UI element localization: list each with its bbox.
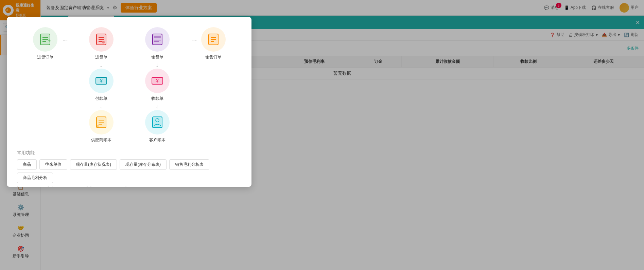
sales-order-label: 销售订单 <box>205 54 222 60</box>
func-buttons-row1: 商品 往来单位 现存量(库存状况表) 现存量(库存分布表) 销售毛利分析表 商品… <box>41 159 241 183</box>
sales-bill-circle[interactable] <box>145 27 170 52</box>
arrow-sales-order-to-bill: ← - - - <box>191 37 195 43</box>
func-btn-receipt-stats[interactable]: 收款情况统计 <box>52 186 88 187</box>
modal-content: 进货订单 - - - - → 进货单 ↓ <box>41 17 251 187</box>
flow-diagram: 进货订单 - - - - → 进货单 ↓ <box>41 27 241 143</box>
flow-cell-sales-order: 销售订单 <box>185 27 241 69</box>
modal-overlay[interactable]: 进货订单 - - - - → 进货单 ↓ <box>41 0 644 270</box>
func-btn-sales-profit-analysis[interactable]: 销售毛利分析表 <box>169 159 209 170</box>
sales-order-circle[interactable] <box>201 27 226 52</box>
sales-bill-label: 销货单 <box>151 54 163 60</box>
flow-modal: 进货订单 - - - - → 进货单 ↓ <box>41 17 251 187</box>
func-btn-sales-rank[interactable]: 销售排行榜 <box>41 186 49 187</box>
common-funcs-title: 常用功能 <box>41 150 241 156</box>
purchase-bill-label: 进货单 <box>95 54 107 60</box>
purchase-order-circle[interactable] <box>41 27 57 52</box>
flow-cell-purchase-order: 进货订单 <box>41 27 73 69</box>
func-buttons-row2: 销售排行榜 收款情况统计 付款情况统计 <box>41 186 241 187</box>
func-btn-payment-stats[interactable]: 付款情况统计 <box>90 186 126 187</box>
svg-text:¥: ¥ <box>100 78 103 84</box>
svg-rect-13 <box>153 34 162 45</box>
flow-cell-payment-bill: ¥ 付款单 ↓ <box>73 69 129 110</box>
arrow-receipt-down: ↓ <box>156 103 159 110</box>
flow-cell-receipt-bill: ¥ 收款单 ↓ <box>129 69 185 110</box>
arrow-payment-down: ↓ <box>100 103 103 110</box>
svg-point-12 <box>102 41 105 43</box>
svg-rect-15 <box>154 36 161 38</box>
flow-cell-customer-ledger: 客户账本 <box>129 110 185 143</box>
payment-bill-label: 付款单 <box>95 96 107 102</box>
purchase-order-label: 进货订单 <box>41 54 53 60</box>
arrow-purchase-bill-down: ↓ <box>100 61 103 69</box>
func-btn-counterparty[interactable]: 往来单位 <box>41 159 67 170</box>
flow-cell-supplier-ledger: 供应商账本 <box>73 110 129 143</box>
flow-cell-purchase-bill: - - - - → 进货单 ↓ <box>73 27 129 69</box>
supplier-ledger-circle[interactable] <box>89 110 114 134</box>
svg-rect-34 <box>97 125 99 128</box>
purchase-bill-circle[interactable] <box>89 27 114 52</box>
receipt-bill-label: 收款单 <box>151 96 163 102</box>
payment-bill-circle[interactable]: ¥ <box>89 69 114 93</box>
svg-text:¥: ¥ <box>156 78 159 84</box>
customer-ledger-circle[interactable] <box>145 110 170 134</box>
customer-ledger-label: 客户账本 <box>149 137 166 143</box>
func-btn-stock-dist[interactable]: 现存量(库存分布表) <box>120 159 167 170</box>
main-area: 装备及固定资产辅助管理系统 ▾ ⚙ 体验行业方案 💬 消息 5 📱 App下载 … <box>41 0 644 270</box>
func-btn-stock-status[interactable]: 现存量(库存状况表) <box>70 159 117 170</box>
supplier-ledger-label: 供应商账本 <box>91 137 111 143</box>
receipt-bill-circle[interactable]: ¥ <box>145 69 170 93</box>
flow-cell-sales-bill: ← - - - 销货单 ↓ <box>129 27 185 69</box>
arrow-sales-bill-down: ↓ <box>156 61 159 69</box>
common-functions: 常用功能 商品 往来单位 现存量(库存状况表) 现存量(库存分布表) 销售毛利分… <box>41 150 241 187</box>
arrow-purchase-to-bill: - - - - → <box>63 37 67 43</box>
func-btn-goods-profit[interactable]: 商品毛利分析 <box>41 173 53 183</box>
